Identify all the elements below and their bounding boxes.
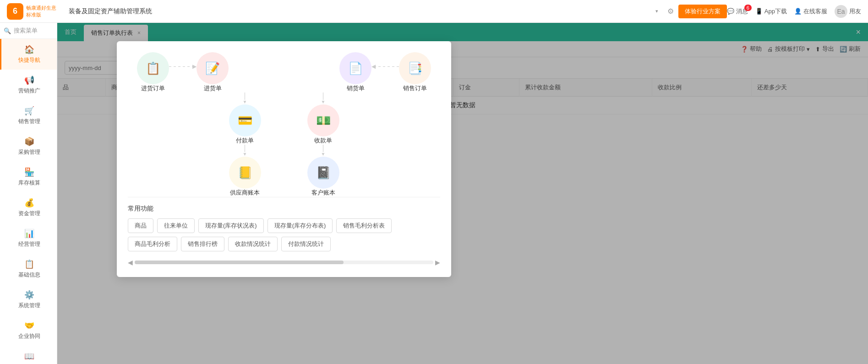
customer-ledger-icon: 📓 — [316, 166, 331, 180]
service-icon: 👤 — [794, 8, 802, 15]
system-icon: ⚙️ — [24, 290, 34, 300]
logo-text: 畅康通好生意 标准版 — [26, 5, 56, 18]
common-func-btn-7[interactable]: 收款情况统计 — [228, 237, 278, 251]
common-func-btn-4[interactable]: 销售毛利分析表 — [336, 218, 392, 233]
purchase-icon: 📦 — [24, 136, 34, 147]
supplier-ledger-label: 供应商账本 — [230, 189, 260, 197]
payment-label: 付款单 — [236, 136, 254, 145]
scroll-left-icon[interactable]: ◀ — [128, 259, 133, 266]
purchase-order-label: 进货订单 — [141, 84, 165, 92]
receipt-label: 收款单 — [314, 136, 332, 145]
sales-bill-icon: 📄 — [348, 61, 363, 76]
v-connector-supplier: ▼ — [243, 145, 247, 157]
flow-item-purchase-order[interactable]: 📋 进货订单 — [137, 52, 169, 92]
v-connector-customer: ▼ — [321, 145, 326, 157]
main-content: 首页 销售订单执行表 × × ❓ 帮助 🖨 按模板打印 ▾ ⬆ 导出 — [57, 23, 868, 364]
system-title: 装备及固定资产辅助管理系统 — [69, 7, 654, 16]
sidebar-item-guide[interactable]: 📖 新手引导 — [0, 346, 57, 364]
flow-item-sales-bill[interactable]: 📄 销货单 — [339, 52, 371, 92]
sales-bill-circle: 📄 — [339, 52, 371, 84]
sidebar-item-basic[interactable]: 📋 基础信息 — [0, 254, 57, 284]
v-connector-payment: ▼ — [243, 92, 247, 104]
flow-item-sales-order[interactable]: 📑 销售订单 — [399, 52, 431, 92]
purchase-bill-label: 进货单 — [204, 84, 222, 92]
enterprise-icon: 🤝 — [24, 321, 34, 331]
download-icon: 📱 — [755, 8, 763, 15]
flow-diagram: 📋 进货订单 ▶ 📝 — [128, 52, 440, 197]
sidebar-item-finance[interactable]: 💰 资金管理 — [0, 192, 57, 223]
common-func-btn-3[interactable]: 现存量(库存分布表) — [267, 218, 333, 233]
topbar: 6 畅康通好生意 标准版 装备及固定资产辅助管理系统 ▾ ⚙ 体验行业方案 💬 … — [0, 0, 868, 23]
message-icon: 💬 — [727, 8, 734, 15]
topbar-right: 💬 消息 6 📱 App下载 👤 在线客服 Ea 用友 — [727, 5, 861, 18]
common-func-btn-8[interactable]: 付款情况统计 — [281, 237, 331, 251]
sidebar-item-operation[interactable]: 📊 经营管理 — [0, 223, 57, 254]
app-download-btn[interactable]: 📱 App下载 — [755, 7, 787, 16]
customer-ledger-circle: 📓 — [307, 157, 339, 189]
scrollbar-track[interactable] — [135, 261, 433, 264]
user-menu[interactable]: Ea 用友 — [835, 5, 861, 18]
operation-icon: 📊 — [24, 228, 34, 239]
v-connector-receipt: ▼ — [321, 92, 326, 104]
experience-btn[interactable]: 体验行业方案 — [678, 5, 727, 18]
common-title: 常用功能 — [128, 205, 440, 213]
sidebar-item-system[interactable]: ⚙️ 系统管理 — [0, 284, 57, 315]
purchase-order-circle: 📋 — [137, 52, 169, 84]
sales-order-icon: 📑 — [408, 61, 422, 76]
receipt-icon: 💵 — [316, 114, 331, 128]
online-service-btn[interactable]: 👤 在线客服 — [794, 7, 827, 16]
sidebar-item-quick[interactable]: 🏠 快捷导航 — [0, 39, 57, 70]
common-func-btn-1[interactable]: 往来单位 — [157, 218, 195, 233]
system-dropdown[interactable]: ▾ — [655, 8, 658, 14]
flow-item-receipt[interactable]: 💵 收款单 — [307, 104, 339, 145]
sidebar-item-purchase[interactable]: 📦 采购管理 — [0, 131, 57, 162]
sidebar-item-enterprise[interactable]: 🤝 企业协同 — [0, 315, 57, 346]
payment-icon: 💳 — [238, 114, 252, 128]
purchase-bill-circle: 📝 — [197, 52, 229, 84]
common-func-btn-6[interactable]: 销售排行榜 — [181, 237, 224, 251]
guide-icon: 📖 — [24, 351, 34, 361]
supplier-ledger-circle: 📒 — [229, 157, 261, 189]
purchase-order-icon: 📋 — [146, 61, 160, 76]
common-func-btn-0[interactable]: 商品 — [128, 218, 153, 233]
sales-order-circle: 📑 — [399, 52, 431, 84]
search-icon: 🔍 — [4, 27, 11, 34]
flow-item-payment[interactable]: 💳 付款单 — [229, 104, 261, 145]
quick-icon: 🏠 — [24, 44, 34, 54]
common-func-btn-2[interactable]: 现存量(库存状况表) — [198, 218, 264, 233]
sidebar-item-marketing[interactable]: 📢 营销推广 — [0, 70, 57, 100]
basic-icon: 📋 — [24, 259, 34, 269]
receipt-circle: 💵 — [307, 104, 339, 136]
modal-scrollbar: ◀ ▶ — [128, 259, 440, 266]
payment-circle: 💳 — [229, 104, 261, 136]
message-badge: 6 — [744, 5, 752, 11]
sales-bill-label: 销货单 — [347, 84, 365, 92]
scroll-right-icon[interactable]: ▶ — [435, 259, 440, 266]
common-buttons: 商品往来单位现存量(库存状况表)现存量(库存分布表)销售毛利分析表商品毛利分析销… — [128, 218, 440, 251]
scrollbar-thumb — [135, 261, 344, 264]
sales-order-label: 销售订单 — [403, 84, 427, 92]
finance-icon: 💰 — [24, 198, 34, 208]
supplier-ledger-icon: 📒 — [238, 166, 252, 180]
sidebar-search[interactable]: 🔍 搜索菜单 — [0, 23, 57, 39]
modal-overlay[interactable]: 📋 进货订单 ▶ 📝 — [57, 23, 868, 364]
common-section: 常用功能 商品往来单位现存量(库存状况表)现存量(库存分布表)销售毛利分析表商品… — [128, 197, 440, 251]
message-btn[interactable]: 💬 消息 6 — [727, 7, 748, 16]
common-func-btn-5[interactable]: 商品毛利分析 — [128, 237, 177, 251]
logo-area: 6 畅康通好生意 标准版 — [7, 3, 64, 20]
flow-item-purchase-bill[interactable]: 📝 进货单 — [197, 52, 229, 92]
logo-icon: 6 — [7, 3, 23, 20]
settings-icon[interactable]: ⚙ — [667, 7, 674, 16]
sales-icon: 🛒 — [24, 106, 34, 116]
avatar: Ea — [835, 5, 847, 18]
inventory-icon: 🏪 — [24, 167, 34, 177]
flow-item-supplier-ledger[interactable]: 📒 供应商账本 — [229, 157, 261, 197]
sidebar-item-inventory[interactable]: 🏪 库存核算 — [0, 162, 57, 192]
quick-nav-modal: 📋 进货订单 ▶ 📝 — [117, 41, 451, 277]
flow-top-row: 📋 进货订单 ▶ 📝 — [128, 52, 440, 92]
customer-ledger-label: 客户账本 — [311, 189, 335, 197]
sidebar: 🔍 搜索菜单 🏠 快捷导航 📢 营销推广 🛒 销售管理 📦 采购管理 🏪 库存核… — [0, 23, 57, 364]
purchase-bill-icon: 📝 — [205, 61, 220, 76]
sidebar-item-sales[interactable]: 🛒 销售管理 — [0, 100, 57, 131]
flow-item-customer-ledger[interactable]: 📓 客户账本 — [307, 157, 339, 197]
